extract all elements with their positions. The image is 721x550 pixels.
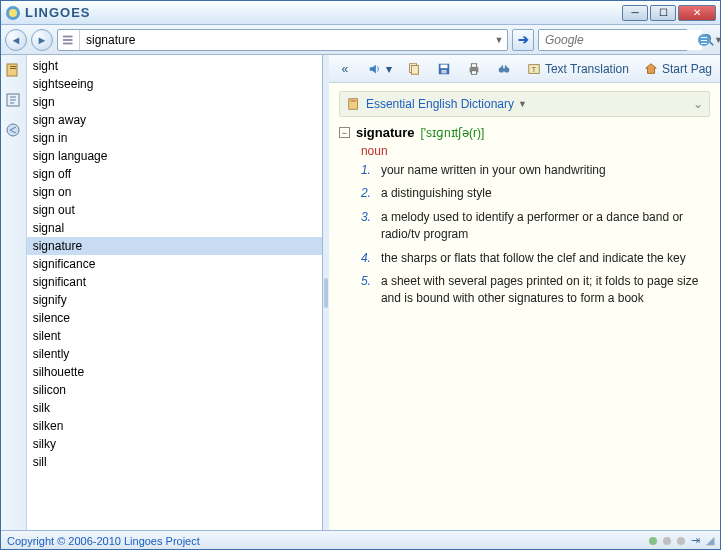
svg-rect-8: [701, 37, 707, 38]
maximize-button[interactable]: ☐: [650, 5, 676, 21]
collapse-button[interactable]: «: [333, 58, 357, 80]
expand-icon[interactable]: ⌄: [693, 97, 703, 111]
titlebar: LINGOES ─ ☐ ✕: [1, 1, 720, 25]
svg-rect-3: [62, 39, 72, 41]
content-pane: « ▾ T Text Translation Start Pag Essenti…: [329, 55, 720, 530]
svg-text:T: T: [532, 65, 537, 72]
resize-grip-icon[interactable]: ◢: [706, 534, 714, 547]
splitter[interactable]: [323, 55, 329, 530]
floppy-icon: [436, 61, 452, 77]
text-translation-label: Text Translation: [545, 62, 629, 76]
svg-rect-4: [62, 42, 72, 44]
word-item[interactable]: silk: [27, 399, 322, 417]
web-search-input[interactable]: [539, 30, 702, 50]
svg-rect-17: [411, 65, 418, 74]
lingoes-icon: [5, 5, 21, 21]
main-area: sightsightseeingsignsign awaysign insign…: [1, 55, 720, 530]
definition-number: 5.: [361, 273, 381, 308]
pronunciation: ['sɪɡnɪtʃə(r)]: [420, 126, 484, 140]
start-page-label: Start Pag: [662, 62, 712, 76]
word-item[interactable]: sign on: [27, 183, 322, 201]
svg-point-15: [7, 124, 19, 136]
definition-text: your name written in your own handwritin…: [381, 162, 710, 179]
copyright-text: Copyright © 2006-2010 Lingoes Project: [7, 535, 200, 547]
definition-number: 3.: [361, 209, 381, 244]
status-indicators: ⇥ ◢: [649, 534, 714, 547]
search-toolbar: ◄ ► ▼ ➔ ▼: [1, 25, 720, 55]
forward-button[interactable]: ►: [31, 29, 53, 51]
word-item[interactable]: significance: [27, 255, 322, 273]
word-item[interactable]: silicon: [27, 381, 322, 399]
copy-icon: [406, 61, 422, 77]
search-field-wrap: ▼: [57, 29, 508, 51]
word-item[interactable]: sign language: [27, 147, 322, 165]
speaker-icon: [367, 61, 383, 77]
start-page-button[interactable]: Start Pag: [639, 58, 716, 80]
search-input[interactable]: [80, 30, 491, 50]
speak-button[interactable]: ▾: [363, 58, 396, 80]
word-item[interactable]: signal: [27, 219, 322, 237]
word-item[interactable]: silently: [27, 345, 322, 363]
sidebar-tabs: [1, 55, 27, 530]
web-search-wrap: ▼: [538, 29, 688, 51]
content-toolbar: « ▾ T Text Translation Start Pag: [329, 55, 720, 83]
word-item[interactable]: silky: [27, 435, 322, 453]
word-item[interactable]: sightseeing: [27, 75, 322, 93]
search-dropdown-icon[interactable]: ▼: [491, 35, 507, 45]
guide-tab-icon[interactable]: [4, 91, 22, 109]
text-translation-button[interactable]: T Text Translation: [522, 58, 633, 80]
close-button[interactable]: ✕: [678, 5, 716, 21]
pin-icon[interactable]: ⇥: [691, 534, 700, 547]
definition-text: a distinguishing style: [381, 185, 710, 202]
word-item[interactable]: silhouette: [27, 363, 322, 381]
entry-header: − signature ['sɪɡnɪtʃə(r)]: [339, 125, 710, 140]
word-item[interactable]: sill: [27, 453, 322, 471]
word-list[interactable]: sightsightseeingsignsign awaysign insign…: [27, 55, 323, 530]
word-item[interactable]: signify: [27, 291, 322, 309]
app-logo: LINGOES: [5, 5, 91, 21]
word-item[interactable]: silent: [27, 327, 322, 345]
collapse-entry-icon[interactable]: −: [339, 127, 350, 138]
chevron-left-icon: «: [337, 61, 353, 77]
dictionary-name: Essential English Dictionary: [366, 97, 514, 111]
appendix-tab-icon[interactable]: [4, 121, 22, 139]
minimize-button[interactable]: ─: [622, 5, 648, 21]
svg-rect-23: [471, 70, 476, 74]
definition-text: a melody used to identify a performer or…: [381, 209, 710, 244]
definition-item: 5.a sheet with several pages printed on …: [361, 273, 710, 308]
status-dot-grey2: [677, 537, 685, 545]
word-item[interactable]: sign off: [27, 165, 322, 183]
word-item[interactable]: sign: [27, 93, 322, 111]
definition-number: 2.: [361, 185, 381, 202]
print-button[interactable]: [462, 58, 486, 80]
copy-button[interactable]: [402, 58, 426, 80]
svg-rect-11: [7, 64, 17, 76]
svg-rect-30: [349, 99, 358, 110]
svg-rect-12: [10, 66, 16, 67]
word-item[interactable]: significant: [27, 273, 322, 291]
word-item[interactable]: silken: [27, 417, 322, 435]
definition-item: 2.a distinguishing style: [361, 185, 710, 202]
search-mode-icon[interactable]: [58, 30, 80, 50]
word-item[interactable]: sight: [27, 57, 322, 75]
word-item[interactable]: sign away: [27, 111, 322, 129]
go-button[interactable]: ➔: [512, 29, 534, 51]
main-menu-button[interactable]: [692, 29, 716, 51]
word-item[interactable]: sign out: [27, 201, 322, 219]
save-button[interactable]: [432, 58, 456, 80]
back-button[interactable]: ◄: [5, 29, 27, 51]
svg-rect-20: [441, 69, 446, 73]
translate-icon: T: [526, 61, 542, 77]
word-item[interactable]: signature: [27, 237, 322, 255]
status-bar: Copyright © 2006-2010 Lingoes Project ⇥ …: [1, 530, 720, 550]
index-tab-icon[interactable]: [4, 61, 22, 79]
dictionary-selector[interactable]: Essential English Dictionary ▼ ⌄: [339, 91, 710, 117]
word-item[interactable]: sign in: [27, 129, 322, 147]
svg-rect-13: [10, 68, 16, 69]
svg-rect-9: [701, 40, 707, 41]
find-button[interactable]: [492, 58, 516, 80]
status-dot-grey: [663, 537, 671, 545]
word-item[interactable]: silence: [27, 309, 322, 327]
svg-rect-31: [350, 101, 355, 102]
dictionary-icon: [346, 96, 362, 112]
